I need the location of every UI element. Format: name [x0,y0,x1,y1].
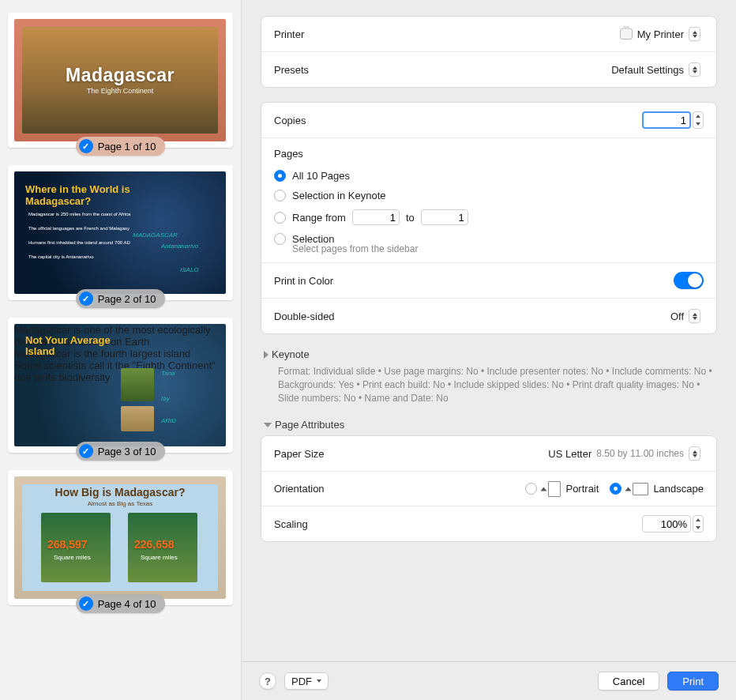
page-badge[interactable]: ✓ Page 3 of 10 [76,442,166,461]
slide-title: Where in the World is Madagascar? [25,184,136,208]
radio-icon [525,483,537,495]
copies-label: Copies [274,115,306,126]
orientation-label: Orientation [274,483,325,495]
page-badge[interactable]: ✓ Page 2 of 10 [76,289,166,308]
page-badge-label: Page 4 of 10 [98,598,156,610]
print-settings: Printer My Printer Presets Default Setti… [242,0,736,700]
slide-title: Not Your Average Island [25,335,120,358]
paper-size-popup[interactable]: US Letter 8.50 by 11.00 inches [542,445,704,462]
stepper-buttons[interactable] [693,111,704,129]
range-to-input[interactable] [421,209,468,225]
radio-icon [610,483,621,495]
page-thumbnail[interactable]: How Big is Madagascar? Almost as Big as … [8,470,233,605]
checkmark-icon: ✓ [79,292,93,306]
double-sided-value: Off [670,310,684,322]
double-sided-popup[interactable]: Off [664,307,704,325]
slide-title: How Big is Madagascar? [14,486,226,499]
printer-icon [620,28,633,40]
printer-popup[interactable]: My Printer [614,25,704,43]
updown-icon [689,62,700,77]
printer-label: Printer [274,28,304,40]
checkmark-icon: ✓ [79,597,93,611]
orientation-landscape[interactable]: Landscape [610,483,704,495]
cancel-button[interactable]: Cancel [598,672,659,691]
page-thumbnail[interactable]: Where in the World is Madagascar? Madaga… [8,165,233,300]
pages-heading: Pages [274,148,704,160]
updown-icon [689,309,700,323]
double-sided-label: Double-sided [274,310,335,322]
stepper-buttons[interactable] [693,515,704,533]
slide-subtitle: The Eighth Continent [14,87,226,95]
print-dialog: Madagascar The Eighth Continent ✓ Page 1… [0,0,736,700]
scaling-stepper[interactable] [642,515,704,533]
copies-input[interactable] [642,111,691,129]
page-badge[interactable]: ✓ Page 1 of 10 [76,137,166,156]
page-attributes-panel: Paper Size US Letter 8.50 by 11.00 inche… [261,435,717,542]
printer-value: My Printer [637,28,684,40]
page-attributes-header[interactable]: Page Attributes [264,419,714,431]
page-badge[interactable]: ✓ Page 4 of 10 [76,594,166,613]
paper-size-value: US Letter [548,448,591,460]
scaling-input[interactable] [642,515,691,533]
updown-icon [689,446,700,461]
updown-icon [689,27,700,41]
checkmark-icon: ✓ [79,444,93,458]
print-color-toggle[interactable] [674,272,704,289]
radio-icon [274,190,286,201]
orientation-portrait[interactable]: Portrait [525,481,599,497]
pages-radio-all[interactable]: All 10 Pages [274,166,704,186]
presets-popup[interactable]: Default Settings [605,61,704,78]
page-thumbnail[interactable]: Madagascar The Eighth Continent ✓ Page 1… [8,13,233,148]
pdf-menu-button[interactable]: PDF [284,672,329,690]
pages-radio-range[interactable]: Range from to [274,205,704,229]
radio-icon [274,170,286,182]
keynote-summary: Format: Individual slide • Use page marg… [278,365,712,405]
presets-value: Default Settings [611,64,684,76]
slide-subtitle: Almost as Big as Texas [14,500,226,507]
pages-radio-selection-keynote[interactable]: Selection in Keynote [274,186,704,205]
help-button[interactable]: ? [259,672,276,690]
chevron-down-icon [264,423,272,427]
paper-size-label: Paper Size [274,448,325,460]
page-badge-label: Page 3 of 10 [98,446,156,457]
page-attributes-title: Page Attributes [275,419,344,431]
pages-radio-selection[interactable]: Selection [274,229,704,245]
slide-title: Madagascar [14,65,226,86]
printer-presets-panel: Printer My Printer Presets Default Setti… [261,16,717,88]
paper-size-dimensions: 8.50 by 11.00 inches [596,448,684,459]
portrait-icon [542,481,561,497]
page-sidebar[interactable]: Madagascar The Eighth Continent ✓ Page 1… [0,0,242,700]
presets-label: Presets [274,64,309,76]
keynote-section-header[interactable]: Keynote [264,348,714,360]
scaling-label: Scaling [274,518,308,530]
pages-selection-hint: Select pages from the sidebar [292,243,704,254]
chevron-right-icon [264,351,268,359]
page-badge-label: Page 1 of 10 [98,141,156,152]
range-from-input[interactable] [352,209,400,225]
landscape-icon [626,483,648,495]
copies-stepper[interactable] [642,111,704,129]
radio-icon [274,233,286,245]
print-button[interactable]: Print [667,672,719,691]
checkmark-icon: ✓ [79,139,93,153]
radio-icon [274,212,286,224]
page-thumbnail[interactable]: Not Your Average Island Madagascar is on… [8,318,233,453]
main-options-panel: Copies Pages All 10 Pages Selection in K [261,102,717,334]
dialog-footer: ? PDF Cancel Print [242,661,736,700]
keynote-section-title: Keynote [272,348,310,360]
page-badge-label: Page 2 of 10 [98,293,156,305]
color-label: Print in Color [274,275,333,287]
